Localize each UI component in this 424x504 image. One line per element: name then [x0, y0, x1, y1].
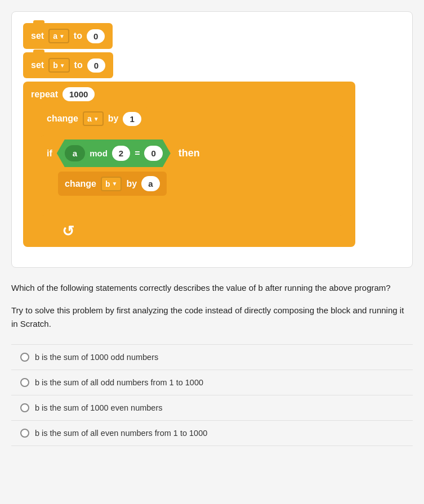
- choice-1[interactable]: b is the sum of 1000 odd numbers: [11, 344, 413, 370]
- by-label-1: by: [108, 114, 119, 124]
- dropdown-arrow-icon-4: ▼: [112, 181, 118, 187]
- by-label-2: by: [126, 179, 137, 189]
- eq-value[interactable]: 0: [144, 146, 162, 161]
- if-keyword: if: [47, 148, 52, 159]
- choice-2[interactable]: b is the sum of all odd numbers from 1 t…: [11, 370, 413, 395]
- loop-arrow-area: ↺: [40, 220, 96, 245]
- choice-1-label: b is the sum of 1000 odd numbers: [35, 353, 158, 362]
- change-keyword-1: change: [47, 114, 78, 124]
- scratch-area: set a ▼ to 0 set b ▼ to 0 repeat 1000: [11, 11, 413, 268]
- question-container: Which of the following statements correc…: [11, 281, 413, 331]
- choice-4[interactable]: b is the sum of all even numbers from 1 …: [11, 420, 413, 446]
- eq-label: =: [135, 148, 140, 159]
- set-keyword: set: [31, 31, 44, 41]
- mod-label: mod: [90, 148, 108, 158]
- dropdown-arrow-icon-3: ▼: [93, 116, 99, 122]
- radio-1[interactable]: [20, 353, 29, 362]
- set-keyword-2: set: [31, 60, 44, 70]
- change-b-value: a: [141, 176, 159, 191]
- question-main: Which of the following statements correc…: [11, 281, 413, 295]
- repeat-value-input[interactable]: 1000: [63, 87, 95, 101]
- choice-3-label: b is the sum of 1000 even numbers: [35, 403, 163, 412]
- then-label: then: [178, 147, 200, 159]
- condition-block: a mod 2 = 0: [57, 140, 171, 167]
- set-b-block: set b ▼ to 0: [23, 52, 113, 78]
- if-block: if a mod 2 = 0: [40, 135, 344, 216]
- choice-4-label: b is the sum of all even numbers from 1 …: [35, 429, 207, 438]
- var-b-dropdown-2[interactable]: b ▼: [101, 177, 122, 191]
- mod-value[interactable]: 2: [112, 146, 130, 161]
- answer-choices: b is the sum of 1000 odd numbers b is th…: [11, 344, 413, 446]
- to-label-2: to: [74, 60, 83, 70]
- to-label-1: to: [74, 31, 82, 41]
- dropdown-arrow-icon-2: ▼: [60, 62, 65, 69]
- radio-4[interactable]: [20, 429, 29, 438]
- value-b-input[interactable]: 0: [87, 58, 105, 73]
- choice-3[interactable]: b is the sum of 1000 even numbers: [11, 395, 413, 420]
- repeat-keyword: repeat: [31, 89, 58, 100]
- radio-2[interactable]: [20, 378, 29, 387]
- change-a-block: change a ▼ by 1: [40, 107, 148, 130]
- var-a-dropdown-2[interactable]: a ▼: [83, 111, 104, 126]
- change-a-value[interactable]: 1: [123, 112, 141, 126]
- radio-3[interactable]: [20, 403, 29, 412]
- repeat-block: repeat 1000 change a ▼ by 1: [23, 82, 355, 247]
- var-a-dropdown[interactable]: a ▼: [48, 29, 69, 43]
- dropdown-arrow-icon: ▼: [59, 33, 65, 39]
- loop-arrow-icon: ↺: [62, 223, 74, 240]
- value-a-input[interactable]: 0: [87, 29, 105, 43]
- var-b-dropdown[interactable]: b ▼: [48, 58, 69, 73]
- cond-var: a: [65, 145, 85, 161]
- change-keyword-2: change: [65, 179, 96, 189]
- set-a-block: set a ▼ to 0: [23, 23, 113, 49]
- question-note: Try to solve this problem by first analy…: [11, 304, 413, 331]
- choice-2-label: b is the sum of all odd numbers from 1 t…: [35, 378, 203, 387]
- change-b-block: change b ▼ by a: [58, 172, 167, 196]
